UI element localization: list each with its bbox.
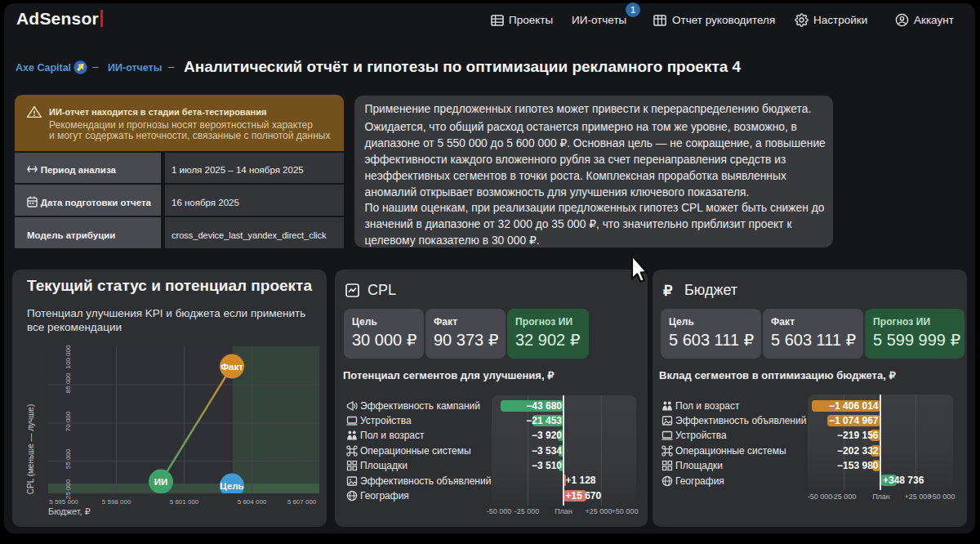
svg-text:Цель: Цель xyxy=(220,481,243,491)
svg-text:ИИ: ИИ xyxy=(154,477,168,487)
svg-text:Факт: Факт xyxy=(220,362,243,372)
